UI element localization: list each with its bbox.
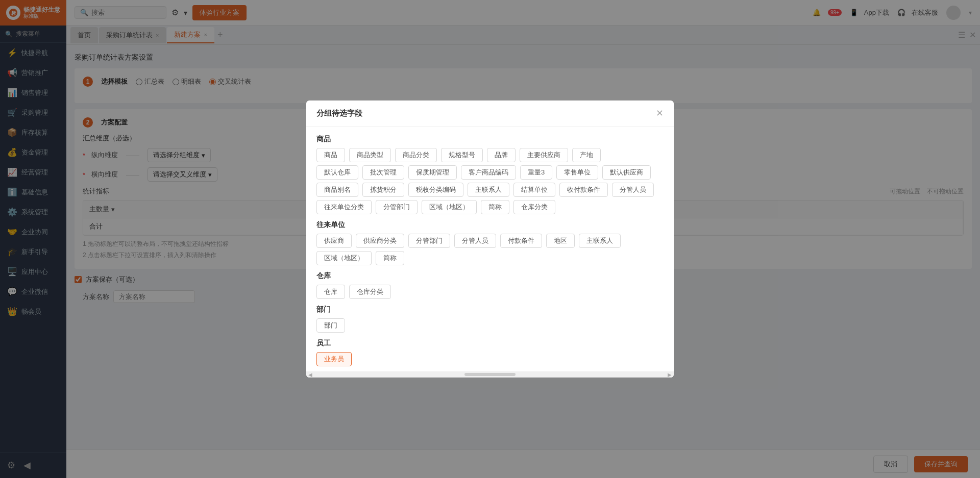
tag-manager[interactable]: 分管人员 <box>612 183 654 197</box>
tag-main-supplier[interactable]: 主要供应商 <box>520 148 568 162</box>
warehouse-tags-row: 仓库 仓库分类 <box>316 285 664 299</box>
tag-origin[interactable]: 产地 <box>572 148 601 162</box>
scroll-right-icon[interactable]: ▶ <box>668 372 672 378</box>
tag-batch-mgmt[interactable]: 批次管理 <box>362 165 404 180</box>
tag-product[interactable]: 商品 <box>316 148 345 162</box>
tag-brand[interactable]: 品牌 <box>487 148 516 162</box>
tag-abbreviation[interactable]: 简称 <box>481 200 509 214</box>
modal-header: 分组待选字段 ✕ <box>306 100 674 127</box>
tag-default-supplier[interactable]: 默认供应商 <box>602 165 651 180</box>
section-title-product: 商品 <box>316 135 664 144</box>
tag-main-contact[interactable]: 主联系人 <box>468 183 509 197</box>
dept-tags-row: 部门 <box>316 318 664 333</box>
modal-overlay[interactable]: 分组待选字段 ✕ 商品 商品 商品类型 商品分类 规格型号 品牌 主要供应商 产… <box>0 0 980 478</box>
staff-tags-row: 业务员 <box>316 352 664 366</box>
tag-c-abbrev[interactable]: 简称 <box>376 251 404 265</box>
tag-c-manager[interactable]: 分管人员 <box>454 234 496 248</box>
scroll-left-icon[interactable]: ◀ <box>308 372 312 378</box>
counterpart-tags-row-1: 供应商 供应商分类 分管部门 分管人员 付款条件 地区 主联系人 <box>316 234 664 248</box>
horizontal-scrollbar-thumb[interactable] <box>464 373 516 376</box>
tag-tax-code[interactable]: 税收分类编码 <box>408 183 463 197</box>
tag-manage-dept[interactable]: 分管部门 <box>376 200 418 214</box>
tag-shelf-life[interactable]: 保质期管理 <box>408 165 457 180</box>
section-title-counterpart: 往来单位 <box>316 220 664 230</box>
tag-counterpart-category[interactable]: 往来单位分类 <box>316 200 372 214</box>
modal-close-btn[interactable]: ✕ <box>656 108 664 119</box>
tag-warehouse[interactable]: 仓库 <box>316 285 345 299</box>
counterpart-tags-row-2: 区域（地区） 简称 <box>316 251 664 265</box>
tag-c-main-contact[interactable]: 主联系人 <box>579 234 621 248</box>
modal-body[interactable]: 商品 商品 商品类型 商品分类 规格型号 品牌 主要供应商 产地 默认仓库 批次… <box>306 127 674 371</box>
tag-retail-unit[interactable]: 零售单位 <box>556 165 598 180</box>
tag-warehouse-cat[interactable]: 仓库分类 <box>349 285 391 299</box>
product-tags-row-1: 商品 商品类型 商品分类 规格型号 品牌 主要供应商 产地 <box>316 148 664 162</box>
modal-scrollbar-area[interactable]: ◀ ▶ <box>306 371 674 378</box>
tag-product-type[interactable]: 商品类型 <box>349 148 391 162</box>
section-title-staff: 员工 <box>316 339 664 348</box>
tag-region[interactable]: 区域（地区） <box>422 200 477 214</box>
tag-weight3[interactable]: 重量3 <box>520 165 552 180</box>
tag-c-region[interactable]: 区域（地区） <box>316 251 372 265</box>
tag-pick-points[interactable]: 拣货积分 <box>362 183 404 197</box>
tag-c-payment[interactable]: 付款条件 <box>500 234 542 248</box>
tag-staff[interactable]: 业务员 <box>316 352 352 366</box>
tag-product-alias[interactable]: 商品别名 <box>316 183 358 197</box>
product-tags-row-2: 默认仓库 批次管理 保质期管理 客户商品编码 重量3 零售单位 默认供应商 <box>316 165 664 180</box>
tag-c-dept[interactable]: 分管部门 <box>408 234 450 248</box>
tag-supplier[interactable]: 供应商 <box>316 234 352 248</box>
tag-supplier-category[interactable]: 供应商分类 <box>356 234 404 248</box>
tag-warehouse-category[interactable]: 仓库分类 <box>513 200 555 214</box>
tag-spec-model[interactable]: 规格型号 <box>441 148 483 162</box>
modal: 分组待选字段 ✕ 商品 商品 商品类型 商品分类 规格型号 品牌 主要供应商 产… <box>306 100 674 378</box>
section-title-dept: 部门 <box>316 305 664 314</box>
tag-product-category[interactable]: 商品分类 <box>395 148 437 162</box>
tag-c-area[interactable]: 地区 <box>546 234 575 248</box>
tag-customer-code[interactable]: 客户商品编码 <box>461 165 516 180</box>
tag-settle-unit[interactable]: 结算单位 <box>513 183 555 197</box>
modal-title: 分组待选字段 <box>316 109 362 118</box>
product-tags-row-4: 往来单位分类 分管部门 区域（地区） 简称 仓库分类 <box>316 200 664 214</box>
product-tags-row-3: 商品别名 拣货积分 税收分类编码 主联系人 结算单位 收付款条件 分管人员 <box>316 183 664 197</box>
section-title-warehouse: 仓库 <box>316 271 664 281</box>
tag-dept[interactable]: 部门 <box>316 318 345 333</box>
tag-default-warehouse[interactable]: 默认仓库 <box>316 165 358 180</box>
tag-payment-terms[interactable]: 收付款条件 <box>559 183 608 197</box>
